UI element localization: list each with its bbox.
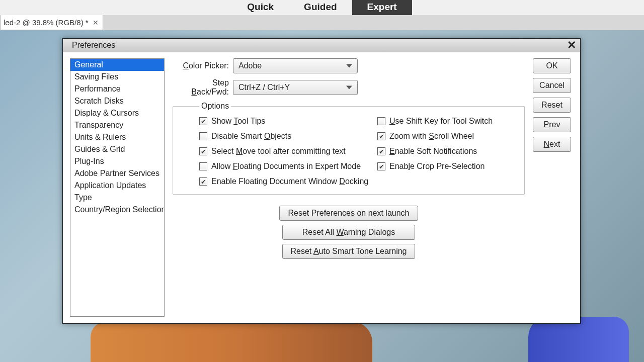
options-legend: Options xyxy=(199,102,231,111)
opt-allow-floating-docs[interactable]: Allow Floating Documents in Expert Mode xyxy=(199,162,372,171)
next-button[interactable]: Next xyxy=(533,137,571,152)
step-back-fwd-label: Step Back/Fwd: xyxy=(173,78,233,97)
close-icon[interactable]: ✕ xyxy=(93,19,99,27)
mode-switcher: Quick Guided Expert xyxy=(0,0,644,15)
category-item-guides-grid[interactable]: Guides & Grid xyxy=(70,143,164,155)
opt-select-move-tool[interactable]: Select Move tool after committing text xyxy=(199,147,372,156)
category-item-general[interactable]: General xyxy=(70,59,164,71)
close-icon[interactable]: ✕ xyxy=(565,39,578,52)
opt-use-shift-key[interactable]: Use Shift Key for Tool Switch xyxy=(377,117,493,126)
opt-enable-floating-docking[interactable]: Enable Floating Document Window Docking xyxy=(199,177,372,186)
category-item-country-region[interactable]: Country/Region Selection xyxy=(70,204,164,216)
mode-guided[interactable]: Guided xyxy=(289,0,352,15)
category-item-scratch-disks[interactable]: Scratch Disks xyxy=(70,95,164,107)
options-group: Options Show Tool Tips Disable Smart Obj… xyxy=(173,102,525,195)
category-item-transparency[interactable]: Transparency xyxy=(70,119,164,131)
category-list[interactable]: General Saving Files Performance Scratch… xyxy=(70,58,165,317)
opt-zoom-scroll[interactable]: Zoom with Scroll Wheel xyxy=(377,132,493,141)
opt-crop-preselection[interactable]: Enable Crop Pre-Selection xyxy=(377,162,493,171)
opt-soft-notifications[interactable]: Enable Soft Notifications xyxy=(377,147,493,156)
prev-button[interactable]: Prev xyxy=(533,117,571,132)
step-back-fwd-value: Ctrl+Z / Ctrl+Y xyxy=(238,83,290,92)
reset-prefs-button[interactable]: Reset Preferences on next launch xyxy=(279,206,418,221)
color-picker-select[interactable]: Adobe xyxy=(233,58,358,73)
dialog-titlebar: Preferences ✕ xyxy=(63,39,580,52)
step-back-fwd-select[interactable]: Ctrl+Z / Ctrl+Y xyxy=(233,80,358,95)
category-item-app-updates[interactable]: Application Updates xyxy=(70,179,164,192)
chevron-down-icon xyxy=(346,86,352,89)
category-item-units-rulers[interactable]: Units & Rulers xyxy=(70,131,164,143)
mode-quick[interactable]: Quick xyxy=(232,0,289,15)
reset-warnings-button[interactable]: Reset All Warning Dialogs xyxy=(282,225,415,240)
chevron-down-icon xyxy=(346,64,352,68)
category-item-display-cursors[interactable]: Display & Cursors xyxy=(70,107,164,119)
mode-expert[interactable]: Expert xyxy=(352,0,412,15)
reset-button[interactable]: Reset xyxy=(533,98,571,113)
category-item-type[interactable]: Type xyxy=(70,192,164,204)
category-item-adobe-partner[interactable]: Adobe Partner Services xyxy=(70,167,164,179)
category-item-performance[interactable]: Performance xyxy=(70,83,164,95)
color-picker-label: Color Picker: xyxy=(173,61,233,70)
ok-button[interactable]: OK xyxy=(533,58,571,73)
category-item-saving-files[interactable]: Saving Files xyxy=(70,71,164,83)
preferences-dialog: Preferences ✕ General Saving Files Perfo… xyxy=(62,38,581,324)
document-tab-label: led-2 @ 39.8% (RGB/8) * xyxy=(4,18,89,27)
reset-smart-tone-button[interactable]: Reset Auto Smart Tone Learning xyxy=(282,244,416,259)
opt-disable-smart-objects[interactable]: Disable Smart Objects xyxy=(199,132,372,141)
cancel-button[interactable]: Cancel xyxy=(533,78,571,93)
document-tab[interactable]: led-2 @ 39.8% (RGB/8) * ✕ xyxy=(0,15,103,30)
dialog-title: Preferences xyxy=(72,41,115,50)
color-picker-value: Adobe xyxy=(238,61,262,70)
opt-show-tool-tips[interactable]: Show Tool Tips xyxy=(199,117,372,126)
category-item-plugins[interactable]: Plug-Ins xyxy=(70,155,164,167)
